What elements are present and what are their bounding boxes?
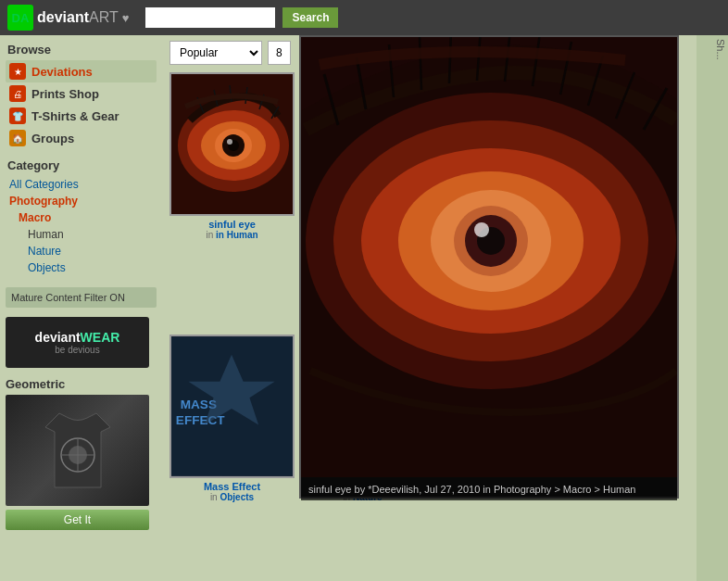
header: DA deviantART ♥ Search xyxy=(0,0,728,35)
svg-point-64 xyxy=(474,222,489,237)
prints-icon: 🖨 xyxy=(9,85,26,102)
cat-macro[interactable]: Macro xyxy=(6,209,157,226)
cat-all-categories[interactable]: All Categories xyxy=(6,176,157,193)
svg-point-11 xyxy=(227,139,232,145)
sinful-eye-image xyxy=(169,72,295,216)
thumb-mass-effect-sub: in Objects xyxy=(210,492,254,502)
mature-content-filter[interactable]: Mature Content Filter ON xyxy=(6,287,157,308)
deviantwear-box[interactable]: deviantWEAR be devious xyxy=(6,317,149,368)
count-badge: 8 xyxy=(268,41,291,65)
logo-box: DA xyxy=(7,5,33,31)
cat-nature[interactable]: Nature xyxy=(6,243,157,259)
logo-deviant: deviant xyxy=(37,9,89,25)
search-button[interactable]: Search xyxy=(282,7,338,28)
game-svg: MASS EFFECT xyxy=(171,335,293,478)
groups-label: Groups xyxy=(31,132,74,145)
cat-objects[interactable]: Objects xyxy=(6,259,157,276)
thumb-mass-effect-title: Mass Effect xyxy=(204,481,260,492)
sidebar-item-tshirts[interactable]: 👕 T-Shirts & Gear xyxy=(6,105,157,127)
overlay-image xyxy=(301,37,677,477)
deviantwear-subtitle: be devious xyxy=(55,345,99,355)
prints-label: Prints Shop xyxy=(31,87,99,101)
tshirt-image xyxy=(6,395,149,506)
tshirts-label: T-Shirts & Gear xyxy=(31,109,119,123)
logo-art: ART xyxy=(89,9,119,25)
groups-icon: 🏠 xyxy=(9,130,26,146)
logo-da: DA xyxy=(12,11,30,25)
sidebar-item-prints[interactable]: 🖨 Prints Shop xyxy=(6,82,157,105)
mass-effect-image: MASS EFFECT xyxy=(169,335,295,478)
sort-select[interactable]: Popular Newest Most Commented xyxy=(169,41,262,65)
geometric-title: Geometric xyxy=(6,377,157,391)
content-area: Popular Newest Most Commented 8 xyxy=(162,35,697,581)
cat-human[interactable]: Human xyxy=(6,226,157,243)
thumb-sinful-eye-title: sinful eye xyxy=(208,219,256,230)
deviantwear-part2: WEAR xyxy=(81,330,120,345)
right-panel-label[interactable]: Sh... xyxy=(698,39,726,60)
search-input[interactable] xyxy=(145,7,275,28)
right-edge: Sh... xyxy=(697,35,728,581)
deviantwear-part1: deviant xyxy=(35,330,81,345)
category-title: Category xyxy=(7,158,157,172)
get-it-button[interactable]: Get It xyxy=(6,510,149,530)
eye-svg xyxy=(171,74,295,216)
deviations-icon: ★ xyxy=(9,63,26,80)
deviantwear-title: deviantWEAR xyxy=(35,330,120,345)
browse-title: Browse xyxy=(6,43,157,57)
fav-icon: ♥ xyxy=(122,11,130,25)
sidebar-item-deviations[interactable]: ★ Deviations xyxy=(6,60,157,82)
logo-area: DA deviantART ♥ xyxy=(7,5,129,31)
tshirt-svg xyxy=(41,409,115,492)
thumb-mass-effect[interactable]: MASS EFFECT Mass Effect in Objects xyxy=(169,335,295,581)
thumb-sinful-eye[interactable]: sinful eye in in Human xyxy=(169,72,295,329)
overlay-eye-svg xyxy=(301,37,677,477)
thumb-mass-effect-cat: Objects xyxy=(220,492,254,502)
overlay[interactable]: sinful eye by *Deeevilish, Jul 27, 2010 … xyxy=(299,35,679,499)
deviations-label: Deviations xyxy=(31,65,93,79)
sidebar-item-groups[interactable]: 🏠 Groups xyxy=(6,127,157,149)
tshirts-icon: 👕 xyxy=(9,107,26,124)
main-layout: Browse ★ Deviations 🖨 Prints Shop 👕 T-Sh… xyxy=(0,35,728,581)
cat-photography[interactable]: Photography xyxy=(6,193,157,209)
thumb-sinful-eye-cat: in Human xyxy=(216,230,258,240)
sidebar: Browse ★ Deviations 🖨 Prints Shop 👕 T-Sh… xyxy=(0,35,162,581)
logo-text: deviantART xyxy=(37,9,119,26)
thumb-sinful-eye-sub: in in Human xyxy=(206,230,257,240)
overlay-caption: sinful eye by *Deeevilish, Jul 27, 2010 … xyxy=(301,477,677,500)
tshirt-preview xyxy=(6,395,149,506)
